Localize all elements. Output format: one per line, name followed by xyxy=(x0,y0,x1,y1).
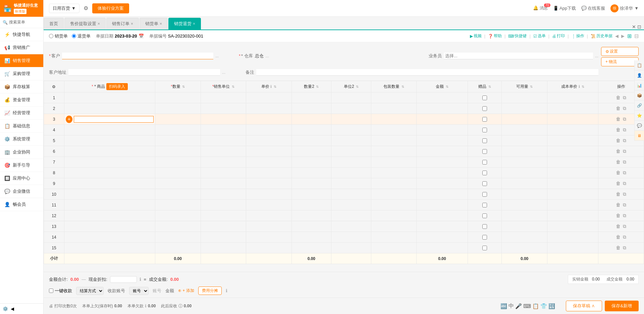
row-price-14[interactable] xyxy=(246,232,292,243)
delete-btn-10[interactable]: 🗑 xyxy=(615,191,621,197)
row-pack-9[interactable] xyxy=(371,178,417,189)
sidebar-item-basic[interactable]: 📋 基础信息 xyxy=(0,120,43,133)
row-pack-7[interactable] xyxy=(371,157,417,168)
copy-btn-14[interactable]: ⧉ xyxy=(622,234,627,241)
row-amount-14[interactable] xyxy=(417,232,468,243)
tab-close-sales-delivery[interactable]: × xyxy=(160,21,162,26)
salesperson-input[interactable] xyxy=(444,53,593,59)
sidebar-item-purchase[interactable]: 🛒 采购管理 xyxy=(0,67,43,80)
copy-btn-7[interactable]: ⧉ xyxy=(622,159,627,166)
taskbar-icon-3[interactable]: 🎤 xyxy=(515,303,522,309)
delete-btn-2[interactable]: 🗑 xyxy=(615,105,621,112)
row-cost-14[interactable] xyxy=(547,232,598,243)
row-goods-10[interactable] xyxy=(64,189,155,200)
taskbar-icon-7[interactable]: 🔣 xyxy=(548,303,555,309)
row-qty-13[interactable] xyxy=(155,221,201,232)
row-unit-11[interactable] xyxy=(201,200,246,210)
row-avail-4[interactable] xyxy=(502,125,547,135)
row-unit2-14[interactable] xyxy=(331,232,371,243)
row-pack-13[interactable] xyxy=(371,221,417,232)
settings-icon[interactable]: ⚙ xyxy=(84,5,88,11)
row-cost-13[interactable] xyxy=(547,221,598,232)
sidebar-item-appstore[interactable]: 🔲 应用中心 xyxy=(0,172,43,185)
row-gift-8[interactable] xyxy=(468,168,502,178)
tab-sales-return[interactable]: 销货退货 × xyxy=(168,18,201,29)
row-qty2-12[interactable] xyxy=(291,210,331,221)
row-price-1[interactable] xyxy=(246,92,292,103)
row-qty2-14[interactable] xyxy=(291,232,331,243)
row-gift-5[interactable] xyxy=(468,135,502,146)
radio-sales-input[interactable] xyxy=(49,34,53,38)
copy-btn-15[interactable]: ⧉ xyxy=(622,244,627,251)
row-unit-10[interactable] xyxy=(201,189,246,200)
delete-btn-5[interactable]: 🗑 xyxy=(615,137,621,144)
row-pack-4[interactable] xyxy=(371,125,417,135)
search-menu[interactable]: 🔍 搜索菜单 xyxy=(0,17,43,28)
row-unit-3[interactable] xyxy=(201,114,246,125)
row-qty-15[interactable] xyxy=(155,243,201,253)
gift-checkbox-4[interactable] xyxy=(482,128,487,132)
row-avail-9[interactable] xyxy=(502,178,547,189)
radio-return-input[interactable] xyxy=(72,34,76,38)
row-ops-10[interactable]: 🗑 ⧉ xyxy=(598,189,644,200)
address-input[interactable] xyxy=(68,69,220,76)
row-ops-14[interactable]: 🗑 ⧉ xyxy=(598,232,644,243)
row-amount-8[interactable] xyxy=(417,168,468,178)
row-qty-6[interactable] xyxy=(155,146,201,157)
row-qty-5[interactable] xyxy=(155,135,201,146)
row-qty-10[interactable] xyxy=(155,189,201,200)
delete-btn-9[interactable]: 🗑 xyxy=(615,180,621,187)
delete-btn-14[interactable]: 🗑 xyxy=(615,234,621,240)
row-gift-4[interactable] xyxy=(468,125,502,135)
tab-close-price-setting[interactable]: × xyxy=(98,21,100,26)
help-link[interactable]: ❓ 帮助 xyxy=(488,33,502,39)
row-price-13[interactable] xyxy=(246,221,292,232)
copy-btn-4[interactable]: ⧉ xyxy=(622,126,627,133)
collapse-icon[interactable]: ◀ xyxy=(11,306,14,311)
row-cost-12[interactable] xyxy=(547,210,598,221)
delete-btn-12[interactable]: 🗑 xyxy=(615,212,621,219)
row-qty-7[interactable] xyxy=(155,157,201,168)
cash-discount-input[interactable] xyxy=(110,276,137,283)
avail-sort-icon[interactable]: ⇅ xyxy=(530,85,533,88)
row-ops-8[interactable]: 🗑 ⧉ xyxy=(598,168,644,178)
gift-checkbox-3[interactable] xyxy=(482,117,487,122)
calendar-icon[interactable]: 📅 xyxy=(139,34,144,39)
copy-btn-1[interactable]: ⧉ xyxy=(622,94,627,101)
row-avail-1[interactable] xyxy=(502,92,547,103)
row-unit-14[interactable] xyxy=(201,232,246,243)
row-cost-7[interactable] xyxy=(547,157,598,168)
row-ops-9[interactable]: 🗑 ⧉ xyxy=(598,178,644,189)
row-qty-4[interactable] xyxy=(155,125,201,135)
row-unit2-6[interactable] xyxy=(331,146,371,157)
row-amount-13[interactable] xyxy=(417,221,468,232)
row-qty-2[interactable] xyxy=(155,103,201,114)
settings-icon[interactable]: ⚙ xyxy=(52,84,56,89)
row-qty-3[interactable] xyxy=(155,114,201,125)
row-avail-7[interactable] xyxy=(502,157,547,168)
row-goods-14[interactable] xyxy=(64,232,155,243)
row-gift-12[interactable] xyxy=(468,210,502,221)
row-unit-13[interactable] xyxy=(201,221,246,232)
row-pack-3[interactable] xyxy=(371,114,417,125)
side-icon-1[interactable]: 📋 xyxy=(635,60,644,70)
row-amount-11[interactable] xyxy=(417,200,468,210)
row-cost-3[interactable] xyxy=(547,114,598,125)
gift-checkbox-8[interactable] xyxy=(482,171,487,175)
row-pack-12[interactable] xyxy=(371,210,417,221)
row-price-10[interactable] xyxy=(246,189,292,200)
unit-sort-icon[interactable]: ⇅ xyxy=(232,85,234,88)
row-gift-6[interactable] xyxy=(468,146,502,157)
detail-view-icon[interactable]: ⊟ xyxy=(634,33,639,39)
row-qty2-5[interactable] xyxy=(291,135,331,146)
sidebar-item-guide[interactable]: 🎯 新手引导 xyxy=(0,159,43,172)
row-price-7[interactable] xyxy=(246,157,292,168)
qty-sort-icon[interactable]: ⇅ xyxy=(182,85,185,88)
row-price-3[interactable] xyxy=(246,114,292,125)
row-gift-9[interactable] xyxy=(468,178,502,189)
row-goods-12[interactable] xyxy=(64,210,155,221)
row-gift-10[interactable] xyxy=(468,189,502,200)
gift-checkbox-13[interactable] xyxy=(482,224,487,229)
trial-button[interactable]: 体验行业方案 xyxy=(92,3,129,13)
gift-checkbox-6[interactable] xyxy=(482,149,487,154)
